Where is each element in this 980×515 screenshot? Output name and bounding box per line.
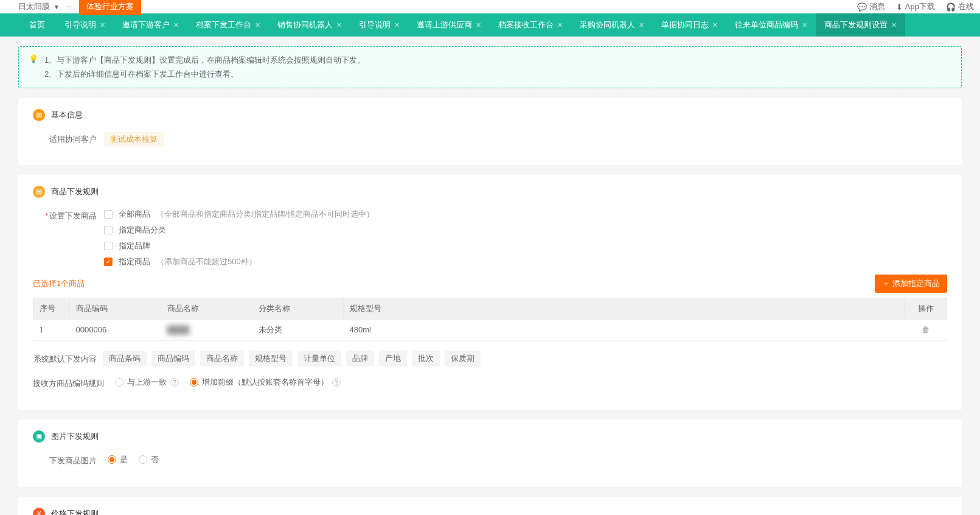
- cell-code: 0000006: [70, 319, 161, 340]
- panel-header-price: ¥ 价格下发规则: [33, 508, 947, 515]
- tab-6[interactable]: 邀请上游供应商✕: [408, 13, 490, 37]
- company-select[interactable]: 日太阳膜 ▼: [18, 1, 60, 12]
- tab-label: 引导说明: [359, 19, 391, 30]
- tab-0[interactable]: 首页: [18, 13, 56, 37]
- delete-icon[interactable]: 🗑: [922, 325, 930, 334]
- pill-5: 品牌: [346, 351, 374, 366]
- radio-icon: [139, 455, 147, 464]
- tab-2[interactable]: 邀请下游客户✕: [114, 13, 187, 37]
- online-link[interactable]: 🎧在线: [946, 1, 974, 12]
- pill-8: 保质期: [445, 351, 481, 366]
- th-3: 分类名称: [252, 298, 344, 319]
- radio-no[interactable]: 否: [139, 454, 159, 465]
- recv-rule-row: 接收方商品编码规则 与上游一致? 增加前缀（默认按账套名称首字母）?: [33, 376, 947, 389]
- tab-1[interactable]: 引导说明✕: [56, 13, 114, 37]
- product-table: 序号商品编码商品名称分类名称规格型号操作 1 0000006 ████ 未分类 …: [33, 298, 947, 341]
- close-icon[interactable]: ✕: [639, 21, 644, 29]
- content: 💡 1、与下游客户【商品下发规则】设置完成后，在商品档案编辑时系统会按照规则自动…: [0, 37, 980, 515]
- close-icon[interactable]: ✕: [336, 21, 342, 29]
- tab-label: 邀请下游客户: [122, 19, 170, 30]
- info-text: 1、与下游客户【商品下发规则】设置完成后，在商品档案编辑时系统会按照规则自动下发…: [44, 53, 365, 82]
- th-4: 规格型号: [344, 298, 905, 319]
- pill-4: 计量单位: [297, 351, 341, 366]
- plus-icon: ＋: [882, 278, 890, 289]
- table-row: 1 0000006 ████ 未分类 480ml 🗑: [33, 319, 947, 340]
- tab-9[interactable]: 单据协同日志✕: [653, 13, 726, 37]
- panel-image: ▣ 图片下发规则 下发商品图片 是 否: [18, 419, 962, 487]
- close-icon[interactable]: ✕: [255, 21, 260, 29]
- checkbox[interactable]: [104, 258, 113, 266]
- panel-basic: ▤ 基本信息 适用协同客户 测试成本核算: [18, 98, 962, 165]
- message-link[interactable]: 💬消息: [857, 1, 885, 12]
- checkbox[interactable]: [104, 226, 113, 234]
- th-2: 商品名称: [161, 298, 252, 319]
- radio-yes[interactable]: 是: [108, 454, 128, 465]
- close-icon[interactable]: ✕: [394, 21, 400, 29]
- tab-label: 销售协同机器人: [277, 19, 333, 30]
- option-line-2: 指定品牌: [104, 240, 374, 251]
- tab-label: 单据协同日志: [661, 19, 709, 30]
- add-product-button[interactable]: ＋添加指定商品: [875, 275, 947, 293]
- tab-label: 引导说明: [64, 19, 96, 30]
- star-icon[interactable]: ☆: [66, 2, 73, 12]
- radio-prefix[interactable]: 增加前缀（默认按账套名称首字母）?: [190, 377, 341, 388]
- panel-title-rules: 商品下发规则: [51, 186, 99, 197]
- help-icon[interactable]: ?: [332, 378, 341, 387]
- panel-rules: ▤ 商品下发规则 *设置下发商品 全部商品（全部商品和指定商品分类/指定品牌/指…: [18, 175, 962, 410]
- tab-5[interactable]: 引导说明✕: [350, 13, 408, 37]
- panel-header-rules: ▤ 商品下发规则: [33, 186, 947, 198]
- th-0: 序号: [33, 298, 70, 319]
- cell-action: 🗑: [905, 319, 947, 340]
- close-icon[interactable]: ✕: [802, 21, 807, 29]
- panel-title-basic: 基本信息: [51, 110, 83, 121]
- default-content-row: 系统默认下发内容 商品条码商品编码商品名称规格型号计量单位品牌产地批次保质期: [33, 351, 947, 366]
- tab-label: 档案下发工作台: [196, 19, 251, 30]
- doc-icon: ▤: [33, 109, 45, 121]
- tab-11[interactable]: 商品下发规则设置✕: [816, 13, 905, 37]
- tab-4[interactable]: 销售协同机器人✕: [269, 13, 350, 37]
- chevron-down-icon: ▼: [54, 4, 60, 10]
- selected-count: 已选择1个商品: [33, 278, 85, 289]
- image-option-row: 下发商品图片 是 否: [33, 454, 947, 466]
- top-bar: 日太阳膜 ▼ ☆ 体验行业方案 💬消息 ⬇App下载 🎧在线: [0, 0, 980, 13]
- label-image: 下发商品图片: [33, 454, 97, 466]
- tab-label: 邀请上游供应商: [417, 19, 472, 30]
- tab-10[interactable]: 往来单位商品编码✕: [726, 13, 816, 37]
- radio-same[interactable]: 与上游一致?: [115, 377, 179, 388]
- radio-icon: [108, 455, 116, 464]
- tab-8[interactable]: 采购协同机器人✕: [571, 13, 653, 37]
- close-icon[interactable]: ✕: [476, 21, 481, 29]
- th-5: 操作: [905, 298, 947, 319]
- price-icon: ¥: [33, 508, 45, 515]
- pill-0: 商品条码: [103, 351, 147, 366]
- option-line-3: 指定商品（添加商品不能超过500种）: [104, 256, 374, 267]
- pill-2: 商品名称: [200, 351, 244, 366]
- checkbox[interactable]: [104, 242, 113, 250]
- tab-7[interactable]: 档案接收工作台✕: [490, 13, 571, 37]
- info-banner: 💡 1、与下游客户【商品下发规则】设置完成后，在商品档案编辑时系统会按照规则自动…: [18, 46, 962, 88]
- info-line-1: 1、与下游客户【商品下发规则】设置完成后，在商品档案编辑时系统会按照规则自动下发…: [44, 53, 365, 67]
- help-icon[interactable]: ?: [170, 378, 179, 387]
- close-icon[interactable]: ✕: [100, 21, 105, 29]
- rule-icon: ▤: [33, 186, 45, 198]
- bulb-icon: 💡: [29, 54, 38, 63]
- label-recv: 接收方商品编码规则: [33, 376, 104, 389]
- close-icon[interactable]: ✕: [712, 21, 718, 29]
- panel-title-image: 图片下发规则: [51, 431, 99, 442]
- headset-icon: 🎧: [946, 2, 956, 12]
- tab-label: 商品下发规则设置: [824, 19, 888, 30]
- panel-title-price: 价格下发规则: [51, 508, 99, 515]
- pill-7: 批次: [412, 351, 440, 366]
- company-name: 日太阳膜: [18, 1, 50, 12]
- tab-label: 往来单位商品编码: [735, 19, 798, 30]
- nav-tabs: 首页引导说明✕邀请下游客户✕档案下发工作台✕销售协同机器人✕引导说明✕邀请上游供…: [0, 13, 980, 37]
- tab-3[interactable]: 档案下发工作台✕: [187, 13, 269, 37]
- pill-3: 规格型号: [249, 351, 293, 366]
- app-download-link[interactable]: ⬇App下载: [896, 1, 935, 12]
- close-icon[interactable]: ✕: [891, 21, 897, 29]
- option-label: 指定商品分类: [119, 225, 166, 236]
- close-icon[interactable]: ✕: [557, 21, 563, 29]
- checkbox[interactable]: [104, 210, 113, 219]
- close-icon[interactable]: ✕: [173, 21, 179, 29]
- download-icon: ⬇: [896, 2, 903, 12]
